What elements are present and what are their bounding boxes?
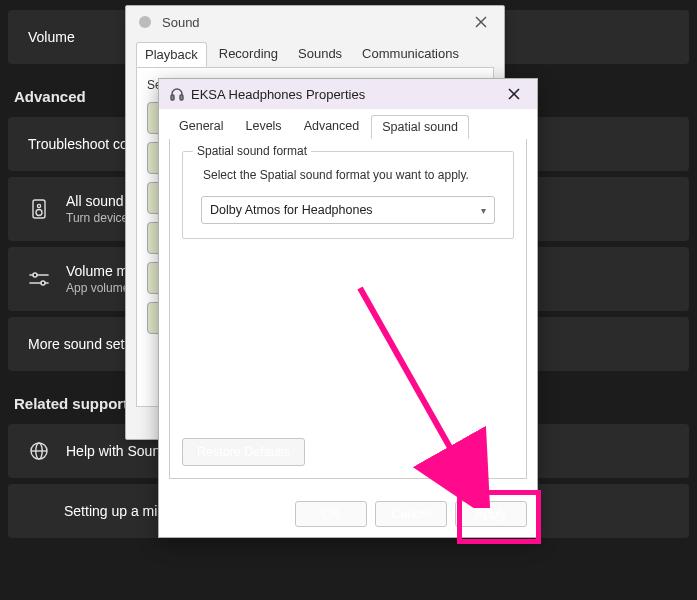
label: Volume <box>28 29 75 45</box>
tab-spatial-sound[interactable]: Spatial sound <box>371 115 469 139</box>
tab-levels[interactable]: Levels <box>235 115 291 139</box>
group-text: Select the Spatial sound format you want… <box>203 168 501 182</box>
properties-dialog: EKSA Headphones Properties General Level… <box>158 78 538 538</box>
apply-button[interactable]: Apply <box>455 501 527 527</box>
tab-recording[interactable]: Recording <box>211 42 286 67</box>
spatial-format-dropdown[interactable]: Dolby Atmos for Headphones ▾ <box>201 196 495 224</box>
ok-button[interactable]: OK <box>295 501 367 527</box>
dialog-buttons: OK Cancel Apply <box>295 501 527 527</box>
group-title: Spatial sound format <box>193 144 311 158</box>
headphones-icon <box>169 86 185 102</box>
tab-sounds[interactable]: Sounds <box>290 42 350 67</box>
mixer-icon <box>28 268 50 290</box>
sound-titlebar: Sound <box>126 6 504 38</box>
dropdown-value: Dolby Atmos for Headphones <box>210 203 373 217</box>
sound-app-icon <box>134 11 156 33</box>
properties-tabs: General Levels Advanced Spatial sound <box>159 109 537 139</box>
properties-body: Spatial sound format Select the Spatial … <box>169 139 527 479</box>
svg-rect-13 <box>171 95 174 100</box>
properties-titlebar: EKSA Headphones Properties <box>159 79 537 109</box>
svg-point-4 <box>33 273 37 277</box>
tab-communications[interactable]: Communications <box>354 42 467 67</box>
close-button[interactable] <box>501 83 527 105</box>
cancel-button[interactable]: Cancel <box>375 501 447 527</box>
svg-rect-14 <box>180 95 183 100</box>
sound-tabs: Playback Recording Sounds Communications <box>126 38 504 67</box>
chevron-down-icon: ▾ <box>481 205 486 216</box>
svg-point-6 <box>41 281 45 285</box>
tab-general[interactable]: General <box>169 115 233 139</box>
svg-point-2 <box>36 210 42 216</box>
properties-title-text: EKSA Headphones Properties <box>191 87 365 102</box>
restore-defaults-button[interactable]: Restore Defaults <box>182 438 305 466</box>
svg-point-10 <box>139 16 151 28</box>
speaker-icon <box>28 198 50 220</box>
globe-icon <box>28 440 50 462</box>
close-button[interactable] <box>466 10 496 34</box>
tab-playback[interactable]: Playback <box>136 42 207 67</box>
label: Help with Sound <box>66 443 168 459</box>
tab-advanced[interactable]: Advanced <box>294 115 370 139</box>
spatial-sound-group: Spatial sound format Select the Spatial … <box>182 151 514 239</box>
svg-point-1 <box>37 204 40 207</box>
sound-title-text: Sound <box>162 15 200 30</box>
